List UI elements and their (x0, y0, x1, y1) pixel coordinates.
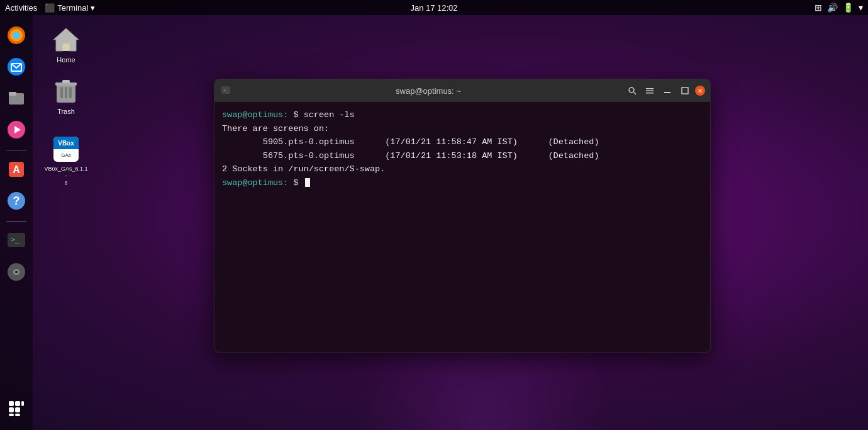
dock-item-optical[interactable] (1, 258, 31, 287)
terminal-line-1: swap@optimus: $ screen -ls (222, 108, 703, 122)
terminal-menu-label[interactable]: Terminal (57, 3, 88, 13)
terminal-close-button[interactable]: ✕ (695, 86, 705, 96)
svg-rect-46 (682, 88, 688, 94)
desktop: Activities ⬛ Terminal ▾ Jan 17 12:02 ⊞ 🔊… (0, 0, 868, 430)
system-menu-icon[interactable]: ▾ (859, 3, 863, 13)
terminal-body[interactable]: swap@optimus: $ screen -ls There are scr… (214, 102, 710, 352)
svg-rect-29 (62, 80, 70, 83)
terminal-window-icon: >_ (220, 84, 232, 97)
home-icon-label: Home (57, 55, 75, 64)
terminal-line-4: 5675.pts-0.optimus (17/01/21 11:53:18 AM… (222, 149, 703, 163)
terminal-line-2: There are screens on: (222, 122, 703, 136)
desktop-icon-home[interactable]: Home (44, 25, 88, 64)
volume-icon[interactable]: 🔊 (827, 3, 838, 13)
terminal-window: >_ swap@optimus: ~ ✕ (214, 79, 711, 353)
terminal-cmd-1: $ screen -ls (288, 110, 354, 120)
topbar-left: Activities ⬛ Terminal ▾ (5, 3, 95, 13)
svg-rect-32 (69, 87, 72, 98)
svg-rect-23 (9, 414, 14, 416)
svg-text:A: A (13, 164, 20, 175)
svg-rect-6 (9, 92, 16, 96)
home-icon (52, 25, 80, 53)
activities-button[interactable]: Activities (5, 3, 37, 13)
show-apps-button[interactable] (1, 395, 31, 424)
svg-rect-45 (664, 92, 670, 93)
desktop-icons-area: Home Trash (38, 19, 94, 194)
svg-rect-44 (646, 93, 654, 94)
terminal-menu-arrow: ▾ (91, 3, 95, 13)
terminal-output-5: 2 Sockets in /run/screen/S-swap. (222, 164, 385, 174)
battery-icon[interactable]: 🔋 (843, 3, 854, 13)
dock-separator-1 (6, 150, 26, 150)
vbox-icon: VBox GAs (52, 135, 80, 163)
svg-rect-24 (15, 414, 20, 416)
svg-rect-18 (9, 401, 14, 406)
svg-point-40 (629, 88, 634, 93)
svg-text:VBox: VBox (58, 140, 74, 147)
terminal-output-2: There are screens on: (222, 124, 329, 133)
trash-icon-label: Trash (57, 107, 75, 116)
terminal-output-3: 5905.pts-0.optimus (17/01/21 11:58:47 AM… (222, 137, 599, 147)
svg-rect-31 (65, 87, 67, 98)
dock-item-firefox[interactable] (1, 21, 31, 50)
topbar-datetime: Jan 17 12:02 (410, 3, 457, 13)
terminal-menu: ⬛ Terminal ▾ (45, 3, 95, 13)
terminal-menu-icon: ⬛ (45, 3, 55, 13)
dock-item-software[interactable]: A (1, 156, 31, 184)
terminal-maximize-button[interactable] (677, 83, 693, 98)
svg-rect-30 (60, 87, 63, 98)
topbar: Activities ⬛ Terminal ▾ Jan 17 12:02 ⊞ 🔊… (0, 0, 868, 15)
dock-item-files[interactable] (1, 84, 31, 113)
terminal-cmd-6: $ (288, 178, 303, 188)
svg-text:>_: >_ (11, 235, 19, 244)
topbar-right: ⊞ 🔊 🔋 ▾ (815, 3, 863, 13)
terminal-prompt-6: swap@optimus: (222, 178, 288, 188)
dock-separator-2 (6, 221, 26, 222)
svg-line-41 (634, 93, 637, 95)
svg-rect-43 (646, 91, 654, 92)
svg-text:GAs: GAs (61, 152, 71, 158)
svg-rect-26 (62, 43, 70, 51)
terminal-line-5: 2 Sockets in /run/screen/S-swap. (222, 162, 703, 176)
dock-item-rhythmbox[interactable] (1, 116, 31, 145)
terminal-titlebar: >_ swap@optimus: ~ ✕ (214, 79, 710, 102)
terminal-minimize-button[interactable] (660, 83, 675, 98)
svg-text:>_: >_ (223, 88, 229, 93)
terminal-line-6: swap@optimus: $ (222, 176, 703, 190)
dock-item-thunderbird[interactable] (1, 53, 31, 82)
desktop-icon-trash[interactable]: Trash (44, 77, 88, 116)
svg-rect-19 (15, 401, 20, 406)
dock: A ? >_ (0, 15, 33, 430)
terminal-controls: ✕ (625, 83, 705, 98)
desktop-icon-vbox[interactable]: VBox GAs VBox_GAs_6.1.1-6 (44, 135, 88, 188)
dock-bottom (1, 395, 31, 430)
svg-rect-22 (15, 407, 20, 412)
terminal-line-3: 5905.pts-0.optimus (17/01/21 11:58:47 AM… (222, 135, 703, 149)
terminal-title: swap@optimus: ~ (232, 86, 625, 96)
terminal-prompt-1: swap@optimus: (222, 110, 288, 120)
svg-text:?: ? (13, 195, 20, 207)
svg-point-2 (13, 31, 20, 39)
svg-rect-21 (9, 407, 14, 412)
terminal-cursor (305, 178, 310, 187)
svg-point-3 (8, 58, 25, 76)
terminal-output-4: 5675.pts-0.optimus (17/01/21 11:53:18 AM… (222, 151, 599, 161)
dock-item-help[interactable]: ? (1, 187, 31, 216)
svg-point-17 (15, 271, 18, 273)
network-icon[interactable]: ⊞ (815, 3, 822, 13)
svg-rect-42 (646, 88, 654, 89)
svg-rect-35 (53, 147, 79, 149)
vbox-icon-label: VBox_GAs_6.1.1-6 (44, 166, 88, 188)
trash-icon (52, 77, 80, 105)
dock-item-terminal[interactable]: >_ (1, 227, 31, 256)
terminal-search-button[interactable] (625, 83, 640, 98)
svg-rect-20 (21, 401, 24, 406)
terminal-menu-button[interactable] (642, 83, 657, 98)
